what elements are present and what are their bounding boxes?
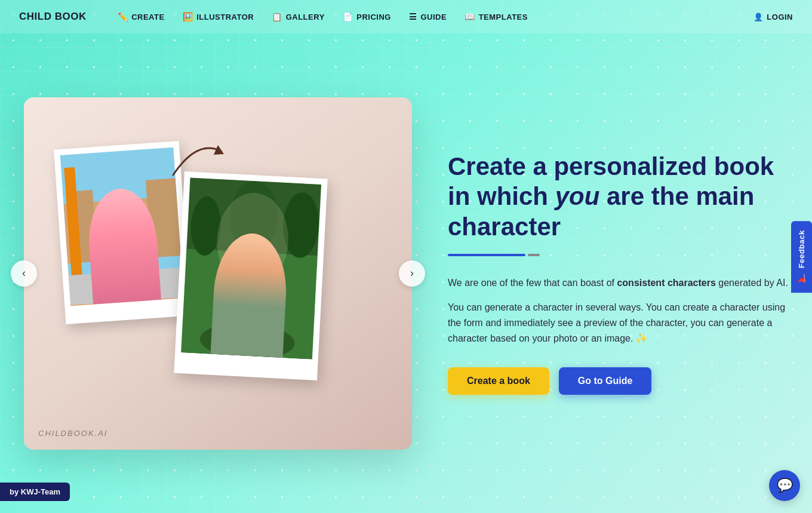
nav-links: ✏️ CREATE 🖼️ ILLUSTRATOR 📋 GALLERY 📄 PRI… [110,8,753,25]
nav-logo[interactable]: CHILD BOOK [19,11,87,23]
svg-point-25 [245,259,249,262]
chat-button[interactable]: 💬 [769,470,800,501]
nav-item-gallery-label: GALLERY [286,13,325,21]
pricing-icon: 📄 [343,12,353,21]
arrow-curve-icon [161,133,233,181]
gallery-icon: 📋 [272,12,282,21]
hero-title: Create a personalized book in which you … [448,152,788,242]
svg-rect-10 [111,212,117,233]
hero-description-1: We are one of the few that can boast of … [448,275,788,291]
slider-prev-button[interactable]: ‹ [11,260,37,287]
slider-wrapper: CHILDBOOK.AI ‹ › [24,97,412,450]
templates-icon: 📖 [465,12,475,21]
svg-marker-0 [214,145,224,155]
nav-item-pricing[interactable]: 📄 PRICING [336,8,398,25]
feedback-tab[interactable]: 🚩 Feedback [791,220,812,292]
nav-item-guide-label: GUIDE [420,13,447,21]
svg-rect-23 [235,257,242,287]
hero-desc1-before: We are one of the few that can boast of [448,278,617,288]
svg-rect-11 [133,210,139,231]
pencil-icon: ✏️ [118,12,128,21]
nav-item-templates[interactable]: 📖 TEMPLATES [457,8,535,25]
hero-title-italic: you [555,182,600,210]
kwj-badge: by KWJ-Team [0,483,70,501]
main-content: CHILDBOOK.AI ‹ › Create a personalized b… [0,33,812,513]
nav-item-illustrator-label: ILLUSTRATOR [196,13,254,21]
nav-item-create[interactable]: ✏️ CREATE [110,8,172,25]
flag-icon: 🚩 [797,273,806,283]
go-to-guide-button[interactable]: Go to Guide [559,367,652,395]
nav-item-gallery[interactable]: 📋 GALLERY [264,8,332,25]
slider-next-button[interactable]: › [399,260,425,287]
svg-point-20 [232,266,268,327]
svg-rect-24 [254,258,262,288]
svg-rect-12 [109,245,117,257]
create-book-button[interactable]: Create a book [448,367,549,395]
nav-item-pricing-label: PRICING [356,13,391,21]
chevron-left-icon: ‹ [22,267,26,279]
svg-point-7 [110,219,143,275]
svg-point-19 [199,321,296,360]
svg-rect-4 [146,178,181,257]
hero-text-section: Create a personalized book in which you … [448,152,788,395]
navbar: CHILD BOOK ✏️ CREATE 🖼️ ILLUSTRATOR 📋 GA… [0,0,812,33]
nav-item-guide[interactable]: ☰ GUIDE [402,8,454,25]
svg-point-26 [254,259,257,263]
svg-point-9 [110,196,137,220]
svg-point-21 [235,245,267,277]
slider-watermark: CHILDBOOK.AI [38,429,107,438]
feedback-label: Feedback [797,230,806,268]
hero-buttons: Create a book Go to Guide [448,367,788,395]
svg-point-22 [236,241,268,266]
photo-right-image [181,177,321,359]
guide-icon: ☰ [409,12,417,21]
photo-right-svg [181,177,321,359]
hero-desc1-bold: consistent characters [617,278,715,288]
polaroid-right [174,171,327,380]
hero-divider [448,254,543,256]
nav-item-create-label: CREATE [131,13,164,21]
login-person-icon: 👤 [753,13,764,21]
svg-point-8 [110,200,138,228]
nav-item-illustrator[interactable]: 🖼️ ILLUSTRATOR [176,8,262,25]
hero-desc1-after: generated by AI. [716,278,788,288]
chat-icon: 💬 [777,478,793,493]
hero-description-2: You can generate a character in several … [448,300,788,346]
nav-login[interactable]: 👤 LOGIN [753,13,793,21]
nav-item-templates-label: TEMPLATES [479,13,528,21]
chevron-right-icon: › [410,267,414,279]
illustrator-icon: 🖼️ [183,12,193,21]
login-label: LOGIN [767,13,793,21]
slider-container: CHILDBOOK.AI [24,97,412,450]
